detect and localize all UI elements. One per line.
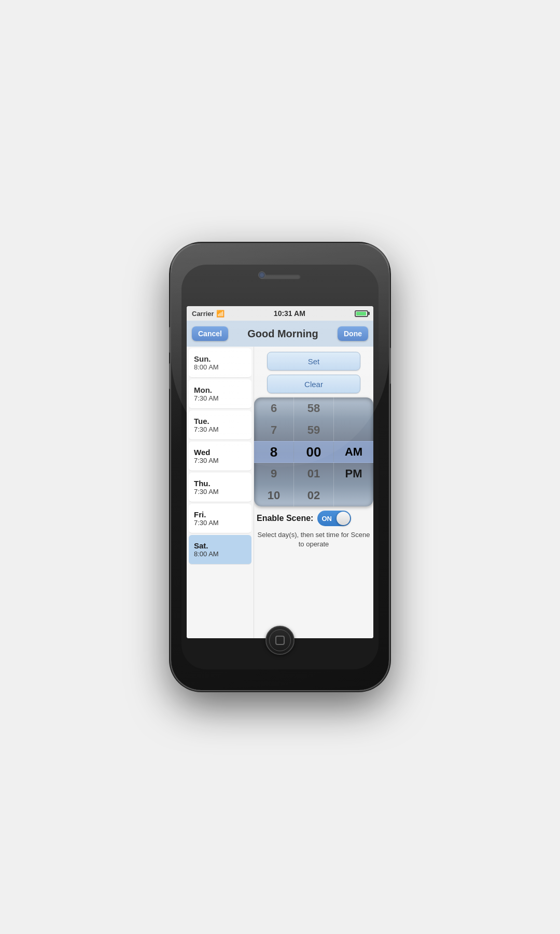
day-item-sun[interactable]: Sun.8:00 AM [189,348,251,378]
header-bar: Cancel Good Morning Done [187,321,373,347]
time-picker[interactable]: 6 7 8 9 10 58 59 00 01 02 [254,397,373,506]
camera [258,271,265,279]
picker-ampm-column[interactable]: AM PM [333,397,373,506]
status-bar: Carrier 📶 10:31 AM [187,306,373,321]
set-button[interactable]: Set [267,352,360,370]
phone-inner: Carrier 📶 10:31 AM Cancel Good Morning D… [181,265,379,669]
battery-fill [356,312,366,315]
day-time: 8:00 AM [194,550,246,558]
home-button-icon [275,636,285,645]
screen: Carrier 📶 10:31 AM Cancel Good Morning D… [187,306,373,638]
picker-min-1: 59 [294,419,333,441]
picker-min-4: 02 [294,485,333,506]
day-name: Wed [194,448,246,457]
day-name: Fri. [194,510,246,519]
phone-device: Carrier 📶 10:31 AM Cancel Good Morning D… [171,244,389,690]
picker-ampm-4 [334,485,373,506]
home-button-inner [269,629,291,651]
day-item-mon[interactable]: Mon.7:30 AM [189,379,251,409]
enable-scene-toggle[interactable]: ON [317,511,351,526]
wifi-icon: 📶 [216,310,225,318]
picker-ampm-0 [334,397,373,419]
speaker-grille [259,274,301,279]
toggle-knob [337,512,350,525]
picker-hour-selected: 8 [254,441,293,463]
enable-scene-label: Enable Scene: [257,514,313,523]
battery-body [355,310,368,317]
picker-am-selected: AM [334,441,373,463]
volume-up-button[interactable] [169,327,171,353]
picker-minutes-column[interactable]: 58 59 00 01 02 [293,397,333,506]
picker-hours-column[interactable]: 6 7 8 9 10 [254,397,293,506]
done-button[interactable]: Done [338,326,368,341]
day-item-fri[interactable]: Fri.7:30 AM [189,504,251,533]
picker-min-selected: 00 [294,441,333,463]
day-name: Thu. [194,479,246,488]
home-button[interactable] [265,626,295,655]
day-time: 7:30 AM [194,457,246,464]
picker-hour-4: 10 [254,485,293,506]
day-item-sat[interactable]: Sat.8:00 AM [189,535,251,565]
battery-indicator [355,310,368,317]
right-panel: Set Clear 6 7 8 9 10 [254,347,373,638]
picker-min-0: 58 [294,397,333,419]
picker-hour-3: 9 [254,463,293,485]
carrier-label: Carrier [192,310,214,318]
picker-ampm-1 [334,419,373,441]
day-time: 7:30 AM [194,394,246,402]
picker-hour-1: 7 [254,419,293,441]
toggle-on-label: ON [321,515,332,523]
day-item-thu[interactable]: Thu.7:30 AM [189,473,251,502]
picker-hour-0: 6 [254,397,293,419]
cancel-button[interactable]: Cancel [192,326,228,341]
day-name: Tue. [194,417,246,425]
day-time: 8:00 AM [194,363,246,371]
day-item-wed[interactable]: Wed7:30 AM [189,442,251,471]
clear-button[interactable]: Clear [267,375,360,393]
day-time: 7:30 AM [194,425,246,433]
picker-pm: PM [334,463,373,485]
carrier-info: Carrier 📶 [192,310,225,318]
power-button[interactable] [389,348,391,384]
enable-scene-row: Enable Scene: ON [257,511,371,526]
volume-down-button[interactable] [169,363,171,389]
day-name: Mon. [194,386,246,394]
day-time: 7:30 AM [194,519,246,527]
page-title: Good Morning [247,328,318,340]
picker-min-3: 01 [294,463,333,485]
day-item-tue[interactable]: Tue.7:30 AM [189,410,251,440]
day-name: Sun. [194,354,246,363]
instruction-text: Select day(s), then set time for Scene t… [257,530,371,549]
day-name: Sat. [194,541,246,550]
days-list: Sun.8:00 AMMon.7:30 AMTue.7:30 AMWed7:30… [187,347,254,638]
status-time: 10:31 AM [274,309,305,318]
main-content: Sun.8:00 AMMon.7:30 AMTue.7:30 AMWed7:30… [187,347,373,638]
day-time: 7:30 AM [194,488,246,496]
